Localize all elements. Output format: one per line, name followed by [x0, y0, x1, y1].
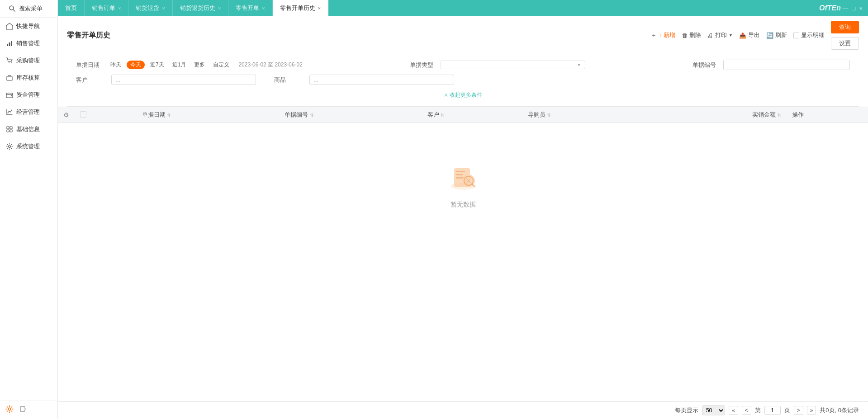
svg-rect-2: [7, 44, 8, 46]
svg-rect-13: [10, 130, 12, 132]
delete-icon: 🗑: [682, 32, 688, 39]
col-customer[interactable]: 客户 ⇅: [422, 107, 522, 123]
type-dropdown-icon: ▼: [577, 62, 581, 67]
next-page-btn[interactable]: >: [794, 406, 803, 415]
svg-line-1: [13, 9, 15, 11]
table-header-row: ⚙ 单据日期 ⇅ 单据编号 ⇅: [58, 107, 868, 123]
page-header: 零售开单历史 ＋ + 新增 🗑 删除 🖨 打印 ▼: [58, 16, 868, 107]
col-actions: 操作: [787, 107, 868, 123]
window-controls: — □ ×: [837, 0, 868, 16]
tab-close-retail-history[interactable]: ×: [318, 5, 321, 11]
customer-select[interactable]: ...: [111, 75, 256, 85]
svg-rect-12: [7, 130, 9, 132]
toolbar: ＋ + 新增 🗑 删除 🖨 打印 ▼ 📤 导出: [651, 21, 859, 50]
date-opt-today[interactable]: 今天: [127, 61, 145, 69]
svg-rect-8: [6, 93, 13, 98]
date-opt-more[interactable]: 更多: [191, 61, 208, 69]
sidebar-item-finance[interactable]: 资金管理: [0, 86, 57, 104]
settings-button[interactable]: 设置: [831, 37, 859, 50]
col-number[interactable]: 单据编号 ⇅: [279, 107, 422, 123]
tab-retail-history[interactable]: 零售开单历史 ×: [273, 0, 328, 16]
svg-point-6: [11, 62, 12, 63]
sort-guide-icon: ⇅: [547, 113, 550, 118]
maximize-btn[interactable]: □: [852, 5, 856, 12]
svg-rect-4: [11, 41, 12, 46]
sidebar-search[interactable]: 搜索采单: [0, 0, 57, 18]
sidebar-item-operations[interactable]: 经营管理: [0, 104, 57, 121]
display-detail-button[interactable]: 显示明细: [793, 31, 825, 39]
refresh-button[interactable]: 🔄 刷新: [766, 31, 787, 39]
refresh-icon: 🔄: [766, 32, 773, 39]
add-button[interactable]: ＋ + 新增: [651, 31, 675, 39]
tab-close-retail-open[interactable]: ×: [262, 5, 265, 11]
export-button[interactable]: 📤 导出: [739, 31, 760, 39]
delete-button[interactable]: 🗑 删除: [682, 31, 701, 39]
main-content: 首页 销售订单 × 销货退货 × 销货退货历史 × 零售开单 × 零售开单历史 …: [58, 0, 868, 419]
tab-home[interactable]: 首页: [58, 0, 85, 16]
col-guide[interactable]: 导购员 ⇅: [522, 107, 644, 123]
tab-close-sales-return-history[interactable]: ×: [218, 5, 221, 11]
data-table: ⚙ 单据日期 ⇅ 单据编号 ⇅: [58, 107, 868, 123]
column-settings[interactable]: ⚙: [58, 107, 75, 123]
sidebar-item-basic-info[interactable]: 基础信息: [0, 121, 57, 138]
checkbox-display: [793, 33, 799, 38]
search-label: 搜索采单: [19, 5, 43, 13]
tab-sales-order[interactable]: 销售订单 ×: [85, 0, 128, 16]
sidebar-item-sales[interactable]: 销售管理: [0, 35, 57, 52]
tab-close-sales-order[interactable]: ×: [118, 5, 121, 11]
home-icon: [5, 22, 14, 30]
date-range: 2023-06-02 至 2023-06-02: [238, 61, 302, 69]
table-area: ⚙ 单据日期 ⇅ 单据编号 ⇅: [58, 107, 868, 401]
goods-select[interactable]: ...: [309, 75, 454, 85]
prev-page-btn[interactable]: <: [742, 406, 751, 415]
close-btn[interactable]: ×: [859, 5, 863, 12]
sidebar-item-inventory[interactable]: 库存核算: [0, 69, 57, 86]
last-page-btn[interactable]: »: [807, 406, 816, 415]
page-label-end: 页: [784, 406, 790, 414]
minimize-btn[interactable]: —: [843, 5, 849, 12]
tab-sales-return[interactable]: 销货退货 ×: [128, 0, 172, 16]
sidebar-label-quick-nav: 快捷导航: [16, 22, 40, 30]
select-all-checkbox[interactable]: [80, 111, 86, 118]
print-button[interactable]: 🖨 打印 ▼: [707, 31, 733, 39]
settings-bottom-icon[interactable]: [5, 405, 14, 414]
type-select[interactable]: ▼: [441, 61, 585, 69]
tab-sales-return-history[interactable]: 销货退货历史 ×: [173, 0, 228, 16]
first-page-btn[interactable]: «: [729, 406, 738, 415]
query-button[interactable]: 查询: [831, 21, 859, 33]
svg-rect-19: [456, 174, 463, 175]
sidebar-label-system: 系统管理: [16, 142, 40, 151]
col-amount[interactable]: 实销金额 ⇅: [644, 107, 787, 123]
filter-row-2: 客户 ... 商品 ...: [76, 75, 850, 85]
chart-icon: [5, 39, 14, 47]
goods-filter: 商品 ...: [274, 75, 454, 85]
collapse-btn[interactable]: ∧ 收起更多条件: [76, 89, 850, 101]
date-opt-1month[interactable]: 近1月: [170, 61, 189, 69]
date-opt-7days[interactable]: 近7天: [147, 61, 167, 69]
goods-placeholder: ...: [313, 76, 318, 83]
sidebar-item-quick-nav[interactable]: 快捷导航: [0, 18, 57, 35]
collapse-sidebar-icon[interactable]: [19, 405, 27, 414]
sidebar-item-purchase[interactable]: 采购管理: [0, 52, 57, 69]
tab-retail-open[interactable]: 零售开单 ×: [228, 0, 272, 16]
col-date[interactable]: 单据日期 ⇅: [137, 107, 280, 123]
date-opt-yesterday[interactable]: 昨天: [108, 61, 124, 69]
date-options: 昨天 今天 近7天 近1月 更多 自定义 2023-06-02 至 2023-0…: [108, 61, 303, 69]
tab-close-sales-return[interactable]: ×: [162, 5, 165, 11]
page-input[interactable]: [764, 406, 781, 415]
brand-logo: OfTEn: [819, 0, 841, 16]
svg-point-5: [9, 62, 9, 63]
sidebar-item-system[interactable]: 系统管理: [0, 138, 57, 155]
page-content: 零售开单历史 ＋ + 新增 🗑 删除 🖨 打印 ▼: [58, 16, 868, 419]
page-label: 第: [755, 406, 761, 414]
number-input[interactable]: [723, 60, 850, 70]
add-icon: ＋: [651, 31, 657, 39]
date-label: 单据日期: [76, 61, 108, 69]
print-icon: 🖨: [707, 32, 713, 39]
box-icon: [5, 74, 14, 82]
date-opt-custom[interactable]: 自定义: [210, 61, 232, 69]
grid-icon: [5, 125, 14, 133]
sort-date-icon: ⇅: [167, 113, 171, 118]
type-label: 单据类型: [410, 61, 437, 69]
per-page-select[interactable]: 50 20 100 200: [702, 405, 725, 415]
